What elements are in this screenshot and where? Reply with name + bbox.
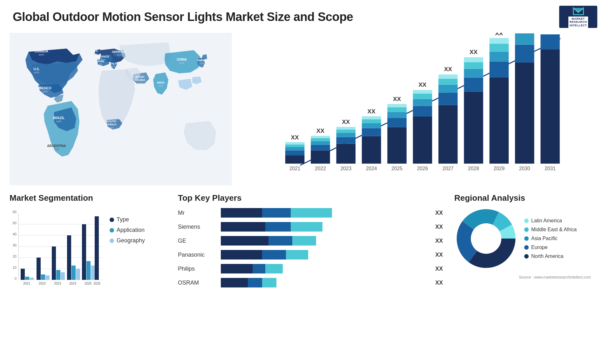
reg-legend-north-america: North America: [524, 253, 577, 259]
reg-label-latin-america: Latin America: [531, 218, 562, 224]
segmentation-title: Market Segmentation: [10, 193, 168, 203]
svg-text:2025: 2025: [391, 166, 403, 171]
svg-rect-133: [52, 246, 56, 280]
svg-text:U.K.: U.K.: [93, 49, 98, 52]
svg-point-152: [471, 223, 501, 254]
svg-rect-89: [464, 78, 483, 92]
svg-text:2026: 2026: [417, 166, 428, 171]
svg-rect-125: [21, 269, 25, 280]
svg-text:xx%: xx%: [56, 120, 61, 123]
svg-text:ARABIA: ARABIA: [134, 78, 146, 82]
svg-text:xx%: xx%: [158, 84, 163, 87]
legend-dot-geography: [110, 239, 114, 243]
source-text: Source : www.marketresearchintellect.com: [454, 273, 600, 280]
svg-text:xx%: xx%: [42, 90, 48, 93]
svg-rect-139: [76, 269, 80, 280]
svg-rect-75: [413, 106, 432, 117]
svg-text:MEXICO: MEXICO: [39, 86, 51, 90]
page-title: Global Outdoor Motion Sensor Lights Mark…: [13, 10, 353, 24]
growth-chart-svg: XX 2021 XX 2022 XX 2023: [232, 33, 600, 185]
svg-text:2023: 2023: [54, 282, 61, 285]
svg-rect-145: [95, 216, 99, 280]
svg-rect-108: [540, 34, 560, 49]
svg-text:JAPAN: JAPAN: [197, 59, 207, 62]
svg-rect-127: [30, 278, 34, 280]
svg-rect-78: [413, 90, 432, 94]
svg-text:XX: XX: [291, 134, 299, 141]
legend-type: Type: [110, 216, 145, 223]
svg-text:U.S.: U.S.: [33, 67, 40, 71]
svg-text:2021: 2021: [23, 282, 30, 285]
svg-rect-57: [336, 127, 356, 129]
svg-text:xx%: xx%: [137, 82, 142, 85]
svg-rect-82: [438, 93, 458, 105]
svg-rect-142: [86, 261, 91, 280]
svg-rect-129: [37, 258, 41, 280]
bar-2024: XX 2024: [362, 108, 381, 171]
player-value-ge: XX: [435, 238, 445, 244]
logo-text: MARKET RESEARCH INTELLECT: [568, 17, 588, 28]
svg-rect-46: [311, 150, 330, 164]
svg-text:XX: XX: [393, 96, 401, 102]
bar-2031: XX 2031: [540, 33, 560, 171]
player-value-mr: XX: [435, 210, 445, 216]
svg-rect-138: [71, 266, 76, 280]
reg-legend-europe: Europe: [524, 245, 577, 250]
segmentation-chart: 0 10 20 30 40 50 60 2021: [10, 207, 105, 293]
svg-text:CHINA: CHINA: [177, 58, 187, 61]
svg-text:xx%: xx%: [179, 62, 184, 64]
player-bar-siemens: XX: [221, 221, 445, 233]
svg-rect-126: [25, 277, 29, 280]
svg-rect-134: [56, 270, 60, 280]
legend-dot-type: [110, 218, 114, 222]
logo: MARKET RESEARCH INTELLECT: [559, 6, 597, 28]
legend-dot-application: [110, 228, 114, 233]
reg-legend-latin-america: Latin America: [524, 218, 577, 224]
player-bar-osram: XX: [221, 277, 445, 289]
svg-rect-39: [285, 155, 305, 164]
svg-rect-64: [362, 116, 381, 119]
legend-geography: Geography: [110, 237, 145, 244]
legend-label-application: Application: [117, 227, 145, 233]
svg-text:xx%: xx%: [117, 53, 121, 56]
svg-text:2028: 2028: [468, 166, 479, 171]
svg-rect-40: [285, 150, 305, 155]
reg-label-asia-pacific: Asia Pacific: [531, 236, 558, 241]
svg-rect-130: [41, 274, 45, 280]
svg-text:40: 40: [13, 232, 17, 236]
world-map: CANADA xx% U.S. xx% MEXICO xx% BRAZIL xx…: [10, 33, 232, 185]
svg-text:XX: XX: [368, 108, 376, 115]
svg-rect-131: [45, 275, 50, 280]
svg-text:xx%: xx%: [34, 71, 39, 74]
svg-text:SOUTH: SOUTH: [106, 120, 116, 123]
reg-legend-middle-east: Middle East & Africa: [524, 227, 577, 233]
svg-text:60: 60: [13, 210, 17, 214]
svg-rect-99: [490, 38, 509, 44]
svg-rect-69: [387, 112, 407, 118]
segmentation-legend: Type Application Geography: [110, 216, 145, 244]
svg-rect-61: [362, 128, 381, 136]
legend-label-type: Type: [117, 216, 129, 223]
logo-box: MARKET RESEARCH INTELLECT: [559, 6, 597, 28]
bar-2026: XX 2026: [413, 81, 432, 171]
svg-rect-47: [311, 145, 330, 151]
svg-text:50: 50: [13, 221, 17, 225]
svg-rect-143: [91, 266, 95, 280]
svg-text:0: 0: [15, 277, 17, 280]
svg-text:2026: 2026: [93, 282, 101, 285]
svg-text:XX: XX: [470, 49, 478, 55]
player-names-list: Mr Siemens GE Panasonic Philips OSRAM: [178, 207, 213, 291]
svg-text:2021: 2021: [289, 166, 301, 171]
svg-rect-42: [285, 145, 305, 147]
svg-rect-91: [464, 62, 483, 69]
player-bar-ge: XX: [221, 235, 445, 247]
player-bar-philips: XX: [221, 263, 445, 275]
svg-rect-54: [336, 137, 356, 144]
svg-text:CANADA: CANADA: [34, 50, 48, 53]
svg-rect-88: [464, 92, 483, 164]
svg-text:FRANCE: FRANCE: [97, 55, 109, 58]
bottom-section: Market Segmentation 0 10 20 30 40 50 60: [0, 193, 610, 301]
svg-text:GERMANY: GERMANY: [112, 50, 126, 53]
svg-rect-49: [311, 138, 330, 141]
svg-rect-102: [515, 63, 534, 164]
